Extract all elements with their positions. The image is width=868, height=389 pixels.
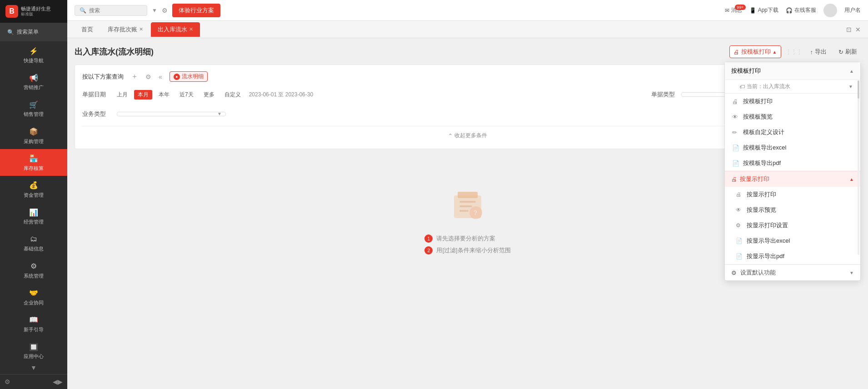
dropdown-footer-settings[interactable]: ⚙ 设置默认功能 ▼	[725, 264, 860, 280]
footer-arrow: ▼	[849, 270, 854, 275]
dropdown-item-template-pdf[interactable]: 📄 按模板导出pdf	[725, 155, 860, 171]
date-preset-custom[interactable]: 自定义	[221, 90, 244, 100]
dropdown-item-display-print[interactable]: 🖨 按显示打印	[725, 187, 860, 202]
search-icon: 🔍	[7, 29, 14, 35]
sidebar-item-marketing[interactable]: 📢 营销推广	[0, 68, 67, 95]
avatar[interactable]	[823, 4, 837, 17]
topbar-gear-icon[interactable]: ⚙	[162, 7, 168, 14]
export-button[interactable]: ↑ 导出	[807, 46, 831, 58]
dropdown-item-display-pdf[interactable]: 📄 按显示导出pdf	[725, 249, 860, 264]
sidebar-scroll-down[interactable]: ▼	[0, 361, 67, 374]
refresh-button[interactable]: ↻ 刷新	[835, 46, 861, 58]
tab-batch-account-close[interactable]: ✕	[139, 26, 143, 32]
sidebar-item-sales[interactable]: 🛒 销售管理	[0, 95, 67, 122]
logo-icon: B	[5, 5, 18, 18]
sidebar-item-finance[interactable]: 💰 资金管理	[0, 176, 67, 203]
sidebar-item-purchase[interactable]: 📦 采购管理	[0, 122, 67, 149]
sidebar-item-system[interactable]: ⚙ 系统管理	[0, 257, 67, 284]
sidebar-item-inventory[interactable]: 🏪 库存核算	[0, 149, 67, 176]
dropdown-scrollbar[interactable]	[858, 80, 859, 255]
tab-home[interactable]: 首页	[75, 22, 100, 37]
biz-type-label: 业务类型	[82, 110, 110, 118]
basic-icon: 🗂	[29, 234, 39, 244]
filter-section-label: 按以下方案查询	[82, 73, 124, 81]
filter-settings-btn[interactable]: ⚙	[145, 73, 151, 80]
biz-type-chevron: ▼	[217, 111, 222, 116]
sidebar: B 畅捷通好生意 标准版 🔍 搜索菜单 ⚡ 快捷导航 📢 营销推广 🛒 销售管理…	[0, 0, 67, 389]
online-service-btn[interactable]: 🎧 在线客服	[786, 6, 816, 14]
display-section-header[interactable]: 🖨 按显示打印 ▲	[725, 171, 860, 187]
filter-collapse-btn[interactable]: «	[159, 73, 162, 80]
username[interactable]: 用户名	[844, 6, 861, 14]
sidebar-item-quick-nav[interactable]: ⚡ 快捷导航	[0, 41, 67, 68]
search-dropdown-chevron[interactable]: ▼	[152, 7, 157, 14]
settings-icon[interactable]: ⚙	[5, 378, 10, 385]
quick-nav-icon: ⚡	[29, 46, 39, 56]
print-dropdown-panel: 按模板打印 ▲ 🏷 当前：出入库流水 ▼ 🖨 按模板打印 👁	[724, 62, 861, 281]
date-preset-last-month[interactable]: 上月	[113, 90, 131, 100]
page-area: 出入库流水(流水明细) 🖨 按模板打印 ▲ ⋮⋮⋮ ↑ 导出 ↻ 刷新	[67, 38, 868, 389]
date-preset-more[interactable]: 更多	[200, 90, 218, 100]
collapse-sidebar-icon[interactable]: ◀▶	[53, 378, 63, 385]
sidebar-item-basic[interactable]: 🗂 基础信息	[0, 229, 67, 256]
filter-add-btn[interactable]: ＋	[131, 72, 138, 81]
scrollbar-thumb	[858, 80, 859, 99]
flow-detail-tag[interactable]: ● 流水明细	[170, 71, 208, 82]
message-icon: ✉	[725, 7, 729, 14]
dropdown-item-template-excel[interactable]: 📄 按模板导出excel	[725, 140, 860, 155]
search-input[interactable]	[89, 7, 135, 14]
tab-stock-flow-close[interactable]: ✕	[189, 26, 193, 32]
template-custom-icon: ✏	[732, 129, 739, 136]
dropdown-item-display-settings[interactable]: ⚙ 按显示打印设置	[725, 218, 860, 233]
topbar-search[interactable]: 🔍	[75, 5, 147, 16]
dropdown-item-template-print[interactable]: 🖨 按模板打印	[725, 94, 860, 109]
sidebar-item-collab[interactable]: 🤝 企业协同	[0, 284, 67, 310]
print-dropdown-chevron[interactable]: ▲	[773, 50, 777, 55]
tab-batch-account[interactable]: 库存批次账 ✕	[101, 22, 150, 37]
sidebar-item-guide[interactable]: 📖 新手引导	[0, 310, 67, 337]
dropdown-item-template-preview[interactable]: 👁 按模板预览	[725, 109, 860, 125]
sidebar-search-area[interactable]: 🔍 搜索菜单	[0, 23, 67, 41]
date-range-display[interactable]: 2023-06-01 至 2023-06-30	[249, 91, 313, 99]
tabs-window-controls: ⊡ ✕	[846, 26, 861, 33]
empty-step-1: 1 请先选择要分析的方案	[424, 234, 510, 243]
dropdown-item-template-custom[interactable]: ✏ 模板自定义设计	[725, 125, 860, 140]
app-center-icon: 🔲	[29, 342, 39, 352]
tab-bar: 首页 库存批次账 ✕ 出入库流水 ✕ ⊡ ✕	[67, 21, 868, 38]
svg-rect-3	[459, 205, 472, 207]
finance-icon: 💰	[29, 180, 39, 190]
current-label-arrow[interactable]: ▼	[848, 84, 853, 89]
display-print-icon: 🖨	[736, 191, 743, 198]
dropdown-item-display-preview[interactable]: 👁 按显示预览	[725, 202, 860, 218]
message-btn[interactable]: ✉ 消息 99+	[725, 6, 742, 14]
date-preset-7days[interactable]: 近7天	[176, 90, 197, 100]
display-section-arrow[interactable]: ▲	[849, 177, 854, 182]
biz-type-select[interactable]: ▼	[117, 112, 226, 116]
dropdown-up-chevron[interactable]: ▲	[849, 69, 854, 74]
sidebar-item-operations[interactable]: 📊 经营管理	[0, 203, 67, 229]
svg-rect-4	[459, 210, 469, 212]
dropdown-item-display-excel[interactable]: 📄 按显示导出excel	[725, 233, 860, 249]
app-download-btn[interactable]: 📱 App下载	[749, 6, 778, 14]
step-2-num: 2	[424, 246, 433, 254]
export-icon: ↑	[810, 49, 813, 55]
template-print-button[interactable]: 🖨 按模板打印 ▲	[729, 45, 781, 58]
sidebar-item-app-center[interactable]: 🔲 应用中心	[0, 337, 67, 361]
page-title: 出入库流水(流水明细)	[75, 46, 154, 57]
sales-icon: 🛒	[29, 100, 39, 110]
collab-icon: 🤝	[29, 288, 39, 298]
footer-settings-icon: ⚙	[731, 269, 737, 276]
search-menu-btn[interactable]: 🔍 搜索菜单	[5, 26, 63, 38]
marketing-icon: 📢	[29, 73, 39, 83]
message-badge: 99+	[735, 5, 745, 10]
guide-icon: 📖	[29, 315, 39, 325]
sidebar-nav: ⚡ 快捷导航 📢 营销推广 🛒 销售管理 📦 采购管理 🏪 库存核算 💰 资金管…	[0, 41, 67, 361]
date-preset-this-month[interactable]: 本月	[134, 90, 152, 100]
close-window-icon[interactable]: ✕	[855, 26, 861, 33]
restore-window-icon[interactable]: ⊡	[846, 26, 852, 33]
date-preset-this-year[interactable]: 本年	[155, 90, 173, 100]
chevron-up-icon: ⌃	[448, 133, 453, 139]
tab-stock-flow[interactable]: 出入库流水 ✕	[151, 22, 200, 37]
industry-solution-button[interactable]: 体验行业方案	[172, 4, 220, 17]
template-print-icon: 🖨	[732, 98, 739, 105]
